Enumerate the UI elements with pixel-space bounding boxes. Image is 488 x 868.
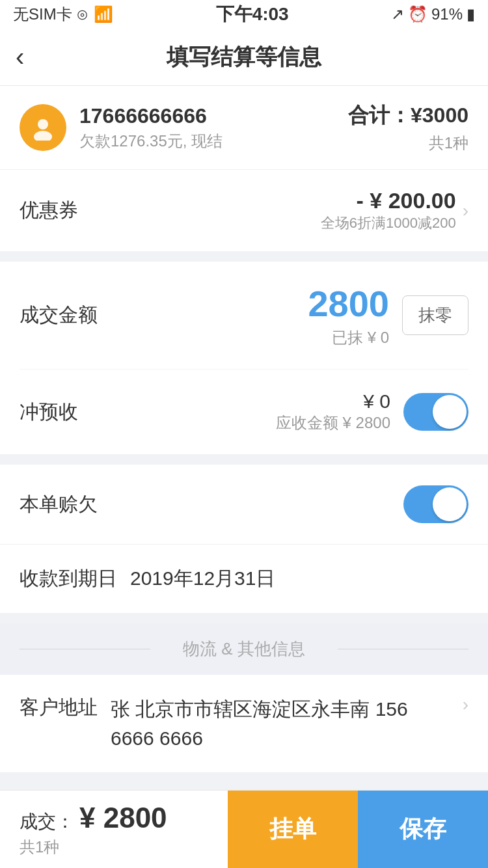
- bottom-deal-label: 成交：: [20, 809, 74, 834]
- bottom-deal-amount: ¥ 2800: [79, 802, 167, 834]
- nav-bar: ‹ 填写结算等信息: [0, 29, 488, 86]
- address-value: 张 北京市市辖区海淀区永丰南 156 6666 6666: [111, 694, 450, 753]
- page-title: 填写结算等信息: [167, 42, 321, 72]
- status-left: 无SIM卡 ⊙ 📶: [13, 4, 113, 25]
- chong-toggle[interactable]: [403, 393, 468, 431]
- coupon-desc: 全场6折满1000减200: [321, 213, 456, 233]
- deal-amount-right: 2800 已抹 ¥ 0 抹零: [308, 282, 468, 348]
- chong-row: 冲预收 ¥ 0 应收金额 ¥ 2800: [20, 370, 468, 454]
- chong-sub: 应收金额 ¥ 2800: [276, 413, 390, 433]
- address-label: 客户地址: [20, 694, 98, 721]
- customer-card: 17666666666 欠款1276.35元, 现结 合计：¥3000 共1种 …: [0, 86, 488, 251]
- deal-amount-value: 2800: [308, 282, 389, 325]
- chong-right: ¥ 0 应收金额 ¥ 2800: [276, 390, 468, 433]
- svg-point-1: [34, 131, 52, 141]
- chong-label: 冲预收: [20, 399, 78, 426]
- wifi-icon: 📶: [94, 5, 113, 23]
- battery-level: 91%: [431, 5, 463, 23]
- deal-amount-label: 成交金额: [20, 302, 98, 329]
- credit-toggle[interactable]: [403, 485, 468, 523]
- divider-text: 物流 & 其他信息: [183, 638, 305, 660]
- deal-amount-row: 成交金额 2800 已抹 ¥ 0 抹零: [20, 262, 468, 370]
- customer-info: 17666666666 欠款1276.35元, 现结: [79, 104, 223, 152]
- section-divider: 物流 & 其他信息: [0, 623, 488, 675]
- total-count: 共1种: [348, 133, 468, 154]
- credit-toggle-knob: [433, 487, 467, 521]
- back-button[interactable]: ‹: [16, 42, 24, 72]
- credit-row: 本单赊欠: [0, 465, 488, 544]
- customer-phone: 17666666666: [79, 104, 223, 128]
- bottom-summary: 成交： ¥ 2800 共1种: [0, 802, 228, 858]
- coupon-label: 优惠券: [20, 197, 78, 224]
- customer-sub: 欠款1276.35元, 现结: [79, 131, 223, 152]
- status-time: 下午4:03: [216, 2, 289, 27]
- customer-left: 17666666666 欠款1276.35元, 现结: [20, 104, 223, 152]
- save-button[interactable]: 保存: [358, 791, 488, 869]
- status-bar: 无SIM卡 ⊙ 📶 下午4:03 ↗ ⏰ 91% ▮: [0, 0, 488, 29]
- coupon-discount: - ¥ 200.00: [321, 188, 456, 213]
- amount-section: 成交金额 2800 已抹 ¥ 0 抹零 冲预收 ¥ 0 应收金额 ¥ 2800: [0, 262, 488, 454]
- customer-row: 17666666666 欠款1276.35元, 现结 合计：¥3000 共1种: [0, 86, 488, 169]
- address-card: 客户地址 张 北京市市辖区海淀区永丰南 156 6666 6666 ›: [0, 675, 488, 772]
- customer-total: 合计：¥3000 共1种: [348, 102, 468, 154]
- bottom-bar: 成交： ¥ 2800 共1种 挂单 保存: [0, 790, 488, 868]
- status-right: ↗ ⏰ 91% ▮: [391, 5, 475, 23]
- round-off-button[interactable]: 抹零: [402, 295, 468, 335]
- location-icon: ↗: [391, 5, 404, 23]
- total-amount: 合计：¥3000: [348, 102, 468, 130]
- bottom-deal-count: 共1种: [20, 837, 208, 858]
- sim-status: 无SIM卡 ⊙: [13, 4, 88, 25]
- battery-icon: ▮: [467, 5, 475, 23]
- hang-order-button[interactable]: 挂单: [228, 791, 358, 869]
- credit-label: 本单赊欠: [20, 491, 98, 518]
- chevron-right-icon: ›: [463, 200, 468, 221]
- toggle-knob: [433, 395, 467, 429]
- divider-line-left: [20, 649, 150, 649]
- bottom-deal-row: 成交： ¥ 2800: [20, 802, 208, 834]
- chong-amount: ¥ 0: [276, 390, 390, 413]
- avatar: [20, 104, 66, 151]
- address-chevron-icon: ›: [463, 694, 468, 715]
- alarm-icon: ⏰: [408, 5, 427, 23]
- content-area: 17666666666 欠款1276.35元, 现结 合计：¥3000 共1种 …: [0, 86, 488, 868]
- date-label: 收款到期日: [20, 565, 117, 592]
- date-row: 收款到期日 2019年12月31日: [0, 544, 488, 613]
- coupon-right: - ¥ 200.00 全场6折满1000减200 ›: [321, 188, 468, 233]
- date-value: 2019年12月31日: [130, 565, 275, 592]
- address-row[interactable]: 客户地址 张 北京市市辖区海淀区永丰南 156 6666 6666 ›: [0, 675, 488, 772]
- divider-line-right: [338, 649, 468, 649]
- deal-amount-sub: 已抹 ¥ 0: [308, 327, 389, 348]
- svg-point-0: [38, 119, 48, 129]
- coupon-row[interactable]: 优惠券 - ¥ 200.00 全场6折满1000减200 ›: [0, 169, 488, 251]
- credit-card: 本单赊欠 收款到期日 2019年12月31日: [0, 465, 488, 613]
